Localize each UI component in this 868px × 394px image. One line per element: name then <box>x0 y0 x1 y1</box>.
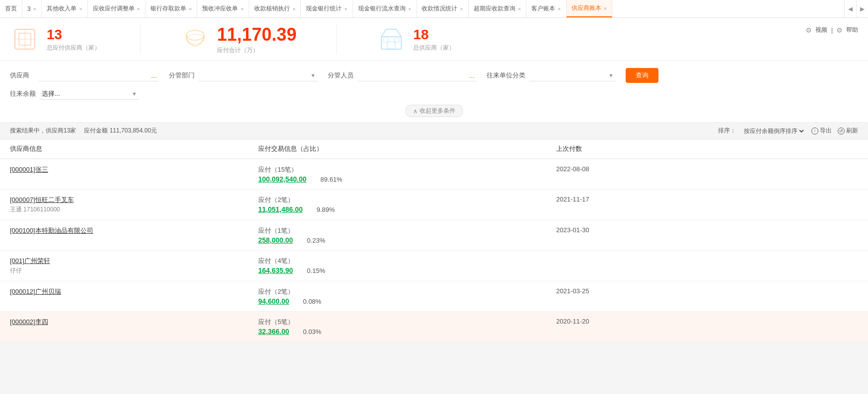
close-icon[interactable]: × <box>240 6 243 12</box>
query-button[interactable]: 查询 <box>626 68 658 83</box>
category-field: 往来单位分类 ▼ <box>487 69 616 81</box>
supplier-input[interactable] <box>39 69 159 81</box>
video-link[interactable]: 视频 <box>815 26 827 34</box>
results-amount-text: 应付金额 111,703,854.00元 <box>84 127 157 135</box>
tab-bank-deposit[interactable]: 银行存取款单 × <box>145 0 197 17</box>
close-icon[interactable]: × <box>33 6 36 12</box>
stat-divider-1 <box>140 24 141 54</box>
close-icon[interactable]: × <box>408 6 411 12</box>
close-icon[interactable]: × <box>189 6 192 12</box>
sort-select[interactable]: 按应付余额倒序排序 <box>742 127 805 135</box>
close-icon[interactable]: × <box>558 6 561 12</box>
tab-cash-flow-query[interactable]: 现金银行流水查询 × <box>353 0 417 17</box>
table-body: [000001]张三应付（15笔）100,092,540.0089.61%202… <box>0 159 868 342</box>
tab-supplier-ledger[interactable]: 供应商账本 × <box>567 0 612 17</box>
tab-customer-ledger[interactable]: 客户账本 × <box>526 0 566 17</box>
category-select[interactable] <box>529 69 616 81</box>
tab-other-income[interactable]: 其他收入单 × <box>42 0 87 17</box>
balance-field: 往来余额 选择... ▼ <box>10 88 139 100</box>
tx-label: 应付（2笔） <box>258 196 556 204</box>
supplier-info-cell: [000100]本特勤油品有限公司 <box>10 226 258 235</box>
payable-supplier-count: 13 <box>47 26 100 43</box>
help-link[interactable]: 帮助 <box>846 26 858 34</box>
close-icon[interactable]: × <box>604 5 607 11</box>
chevron-up-icon: ∧ <box>413 108 418 115</box>
results-summary: 搜索结果中，供应商13家 应付金额 111,703,854.00元 <box>10 127 157 135</box>
tab-cash-bank-stats[interactable]: 现金银行统计 × <box>301 0 353 17</box>
tx-amount-link[interactable]: 32,366.00 <box>258 328 289 335</box>
close-icon[interactable]: × <box>460 6 463 12</box>
supplier-link[interactable]: [000001]张三 <box>10 166 48 173</box>
tab-overdue-query[interactable]: 超期应收款查询 × <box>469 0 526 17</box>
table-row: [000007]恒旺二手叉车王通 17106110000应付（2笔）11,051… <box>0 190 868 220</box>
nav-next-button[interactable]: ▶ <box>856 0 868 18</box>
table-row: [000002]李四应付（5笔）32,366.000.03%2020-11-20 <box>0 312 868 342</box>
total-supplier-count: 18 <box>413 26 455 43</box>
stat-divider-2 <box>336 24 337 54</box>
tx-info-cell: 应付（1笔）258,000.000.23% <box>258 226 556 244</box>
person-dots-icon[interactable]: ... <box>469 71 475 79</box>
person-field: 分管人员 ... <box>328 69 477 81</box>
supplier-link[interactable]: [001]广州荣轩 <box>10 257 50 264</box>
table-header: 供应商信息 应付交易信息（占比） 上次付数 <box>0 139 868 159</box>
collapse-button[interactable]: ∧ 收起更多条件 <box>406 105 463 117</box>
tx-amount-link[interactable]: 94,600.00 <box>258 297 289 305</box>
balance-select-wrapper: 选择... ▼ <box>40 88 139 100</box>
tab-prepay-offset[interactable]: 预收冲应收单 × <box>197 0 249 17</box>
tab-receipt-stats[interactable]: 收款情况统计 × <box>417 0 468 17</box>
tx-info-cell: 应付（5笔）32,366.000.03% <box>258 318 556 335</box>
tx-amount-link[interactable]: 258,000.00 <box>258 236 293 244</box>
dept-select[interactable] <box>199 69 318 81</box>
tx-amount-link[interactable]: 11,051,486.00 <box>258 205 303 213</box>
supplier-info-cell: [000002]李四 <box>10 318 258 327</box>
stat-payable-supplier: 13 总应付供应商（家） <box>10 24 100 54</box>
tx-amount-link[interactable]: 164,635.90 <box>258 266 293 274</box>
close-icon[interactable]: × <box>292 6 295 12</box>
tab-3[interactable]: 3 × <box>22 0 42 17</box>
supplier-link[interactable]: [000100]本特勤油品有限公司 <box>10 227 93 234</box>
table-row: [000100]本特勤油品有限公司应付（1笔）258,000.000.23%20… <box>0 220 868 251</box>
person-input-wrapper: ... <box>358 69 477 81</box>
close-icon[interactable]: × <box>79 6 82 12</box>
tab-home[interactable]: 首页 <box>0 0 22 17</box>
payable-supplier-label: 总应付供应商（家） <box>47 44 100 52</box>
person-label: 分管人员 <box>328 71 354 80</box>
supplier-label: 供应商 <box>10 71 35 80</box>
svg-rect-7 <box>387 42 395 49</box>
stat-payable-total: 11,170.39 应付合计（万） <box>180 24 296 55</box>
export-button[interactable]: ↑ 导出 <box>811 127 832 135</box>
results-bar: 搜索结果中，供应商13家 应付金额 111,703,854.00元 排序： 按应… <box>0 123 868 139</box>
last-pay-cell: 2023-01-30 <box>556 226 858 234</box>
tab-ar-ap-adjust[interactable]: 应收应付调整单 × <box>88 0 145 17</box>
close-icon[interactable]: × <box>518 6 521 12</box>
dept-field: 分管部门 ▼ <box>169 69 318 81</box>
person-input[interactable] <box>358 69 477 81</box>
tx-amount-link[interactable]: 100,092,540.00 <box>258 175 306 183</box>
refresh-button[interactable]: ↺ 刷新 <box>838 127 858 135</box>
supplier-dots-icon[interactable]: ... <box>151 71 157 79</box>
tx-label: 应付（4笔） <box>258 257 556 265</box>
supplier-link[interactable]: [000012]广州贝瑞 <box>10 288 61 295</box>
supplier-field: 供应商 ... <box>10 69 159 81</box>
nav-prev-button[interactable]: ◀ <box>844 0 856 18</box>
search-row-1: 供应商 ... 分管部门 ▼ 分管人员 ... <box>10 68 858 83</box>
top-navigation: 首页 3 × 其他收入单 × 应收应付调整单 × 银行存取款单 × 预收冲应收单… <box>0 0 868 18</box>
balance-select[interactable]: 选择... <box>40 88 139 100</box>
svg-point-4 <box>186 30 204 40</box>
close-icon[interactable]: × <box>344 6 347 12</box>
stat-total-supplier: 18 总供应商（家） <box>376 24 455 54</box>
supplier-info-cell: [000001]张三 <box>10 165 258 174</box>
category-select-wrapper: ▼ <box>529 69 616 81</box>
col-header-supplier: 供应商信息 <box>10 144 258 153</box>
results-count-text: 搜索结果中，供应商13家 <box>10 127 76 135</box>
supplier-link[interactable]: [000002]李四 <box>10 318 48 326</box>
store-icon <box>376 24 406 54</box>
tx-percent: 0.23% <box>307 237 325 244</box>
payable-total-label: 应付合计（万） <box>217 46 296 55</box>
close-icon[interactable]: × <box>137 6 140 12</box>
tx-info-cell: 应付（15笔）100,092,540.0089.61% <box>258 165 556 183</box>
tab-receipt-exec[interactable]: 收款核销执行 × <box>249 0 301 17</box>
sort-label: 排序： <box>718 127 736 135</box>
supplier-link[interactable]: [000007]恒旺二手叉车 <box>10 196 74 203</box>
tx-label: 应付（5笔） <box>258 318 556 327</box>
